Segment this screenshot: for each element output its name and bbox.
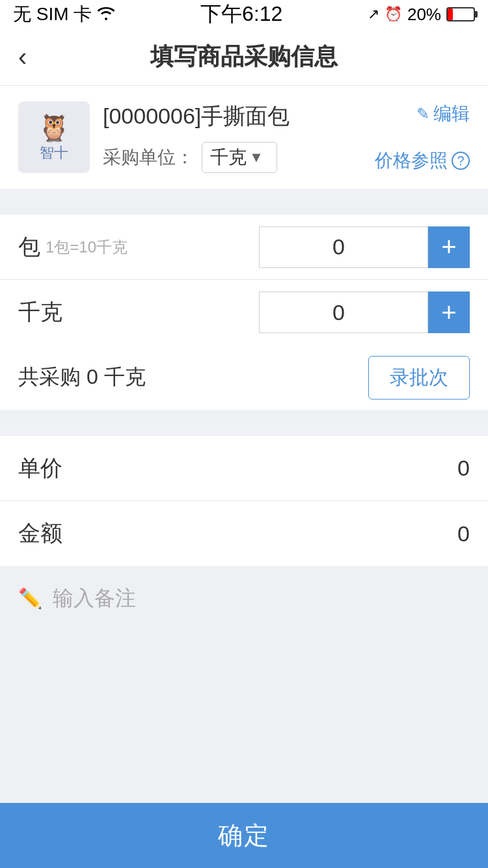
kg-input-row: 千克 + (0, 280, 488, 345)
kg-input[interactable] (259, 292, 428, 333)
unit-label: 采购单位： (103, 145, 194, 170)
bao-sublabel: 1包=10千克 (46, 237, 128, 258)
content-area: 🦉 智十 [0000006]手撕面包 采购单位： 千克 ▼ ✎ 编辑 价格参照 … (0, 86, 488, 839)
pencil-icon: ✏️ (18, 587, 42, 610)
owl-icon: 🦉 (38, 113, 70, 143)
dropdown-arrow-icon: ▼ (249, 149, 264, 166)
nav-bar: ‹ 填写商品采购信息 (0, 29, 488, 86)
product-card: 🦉 智十 [0000006]手撕面包 采购单位： 千克 ▼ ✎ 编辑 价格参照 … (0, 86, 488, 189)
unit-value: 千克 (210, 145, 247, 170)
remark-placeholder: 输入备注 (53, 584, 136, 613)
bao-input[interactable] (259, 226, 428, 268)
amount-value: 0 (457, 521, 470, 547)
kg-label: 千克 (18, 297, 62, 327)
kg-plus-button[interactable]: + (428, 292, 470, 333)
record-batch-button[interactable]: 录批次 (368, 356, 470, 400)
bao-plus-button[interactable]: + (428, 226, 470, 268)
product-thumbnail: 🦉 智十 (18, 102, 90, 173)
carrier-label: 无 SIM 卡 (13, 2, 92, 27)
edit-icon: ✎ (416, 105, 429, 123)
section-separator-2 (0, 410, 488, 423)
product-name: [0000006]手撕面包 (103, 102, 470, 131)
price-ref-button[interactable]: 价格参照 ? (375, 148, 470, 173)
battery-indicator (446, 7, 475, 21)
wifi-icon (97, 4, 115, 25)
summary-text: 共采购 0 千克 (18, 363, 146, 392)
amount-label: 金额 (18, 519, 62, 549)
bao-label: 包 (18, 232, 40, 262)
remark-section[interactable]: ✏️ 输入备注 (0, 566, 488, 657)
battery-percent: 20% (407, 5, 441, 25)
alarm-icon: ⏰ (385, 6, 402, 23)
unit-price-value: 0 (457, 455, 470, 481)
bottom-bar: 确定 (0, 803, 488, 868)
quantity-input-section: 包 1包=10千克 + 千克 + (0, 215, 488, 345)
status-time: 下午6:12 (200, 0, 282, 29)
unit-price-label: 单价 (18, 454, 62, 483)
status-bar: 无 SIM 卡 下午6:12 ↗ ⏰ 20% (0, 0, 488, 29)
status-right: ↗ ⏰ 20% (368, 5, 475, 25)
kg-input-right: + (259, 292, 470, 333)
help-icon: ? (452, 152, 470, 170)
detail-section: 单价 0 金额 0 (0, 436, 488, 566)
bao-input-row: 包 1包=10千克 + (0, 215, 488, 280)
status-left: 无 SIM 卡 (13, 2, 115, 27)
unit-selector[interactable]: 千克 ▼ (202, 142, 277, 173)
bao-input-right: + (259, 226, 470, 268)
confirm-button[interactable]: 确定 (218, 819, 270, 852)
page-title: 填写商品采购信息 (150, 41, 338, 73)
amount-row: 金额 0 (0, 501, 488, 566)
back-button[interactable]: ‹ (18, 42, 27, 72)
thumb-text: 智十 (40, 143, 68, 163)
edit-button[interactable]: ✎ 编辑 (416, 102, 470, 126)
gps-icon: ↗ (368, 6, 379, 23)
section-separator-1 (0, 202, 488, 215)
summary-row: 共采购 0 千克 录批次 (0, 345, 488, 410)
unit-price-row: 单价 0 (0, 436, 488, 501)
